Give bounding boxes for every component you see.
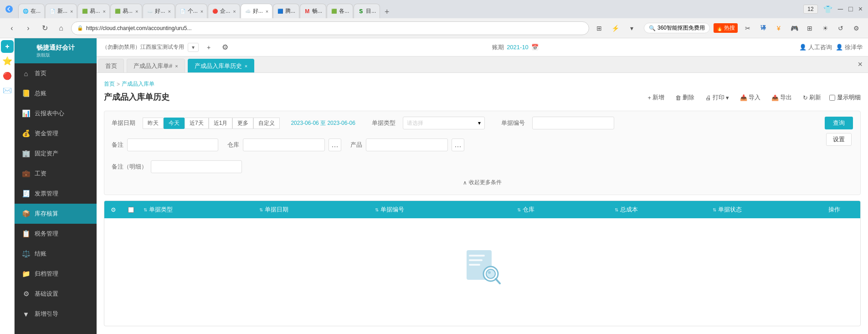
- page-tab-product-list[interactable]: 产成品入库单# ×: [127, 59, 185, 72]
- sidebar-item-salary[interactable]: 💼 工资: [15, 164, 97, 184]
- note-input[interactable]: [127, 139, 218, 151]
- brightness-button[interactable]: ☀: [819, 22, 832, 35]
- translate-button[interactable]: 译: [757, 22, 770, 35]
- print-button[interactable]: 🖨 打印 ▾: [703, 92, 732, 103]
- voucher-number-input[interactable]: [532, 117, 614, 129]
- sidebar-item-ledger[interactable]: 📒 总账: [15, 83, 97, 103]
- tab-close-6[interactable]: ×: [200, 9, 203, 14]
- sidebar-item-assets[interactable]: 🏢 固定资产: [15, 144, 97, 164]
- back-nav-icon[interactable]: [0, 0, 18, 18]
- app-icon-star[interactable]: ⭐: [1, 55, 14, 67]
- breadcrumb-list[interactable]: 产成品入库单: [122, 80, 154, 88]
- new-tab-button[interactable]: +: [380, 5, 393, 18]
- browser-tab-6[interactable]: 📄 个... ×: [175, 4, 207, 18]
- sidebar-item-home[interactable]: ⌂ 首页: [15, 63, 97, 83]
- th-number[interactable]: ⇅ 单据编号: [370, 206, 513, 214]
- calendar-icon[interactable]: 📅: [531, 44, 539, 51]
- refresh-button[interactable]: ↺: [834, 22, 847, 35]
- user-profile-button[interactable]: 👤 徐泽华: [836, 43, 863, 51]
- query-button[interactable]: 查询: [825, 117, 853, 129]
- date-btn-today[interactable]: 今天: [164, 118, 185, 129]
- search-extension[interactable]: 🔍 360智能抠图免费用: [644, 23, 710, 33]
- browser-tab-2[interactable]: 📄 新... ×: [45, 4, 77, 18]
- page-tab-history-close[interactable]: ×: [245, 63, 247, 69]
- maximize-button[interactable]: □: [848, 5, 853, 13]
- warehouse-input[interactable]: [243, 139, 325, 151]
- delete-button[interactable]: 🗑 删除: [673, 92, 697, 103]
- display-detail-toggle[interactable]: 显示明细: [829, 93, 861, 102]
- date-btn-yesterday[interactable]: 昨天: [143, 118, 164, 129]
- th-warehouse[interactable]: ⇅ 仓库: [513, 206, 611, 214]
- browser-tab-7[interactable]: 🔴 企... ×: [208, 4, 240, 18]
- product-input[interactable]: [366, 139, 448, 151]
- tab-close-2[interactable]: ×: [70, 9, 73, 14]
- browser-tab-9[interactable]: 🟦 腾...: [273, 4, 299, 18]
- company-select[interactable]: ▾: [188, 43, 199, 52]
- th-settings[interactable]: ⚙: [104, 206, 123, 213]
- url-bar[interactable]: 🔒 https://cloud.chanjet.com/accounting/u…: [71, 21, 589, 35]
- app-icon-mail[interactable]: ✉️: [1, 84, 14, 97]
- th-status[interactable]: ⇅ 单据状态: [708, 206, 824, 214]
- date-btn-week[interactable]: 近7天: [185, 118, 209, 129]
- date-btn-more[interactable]: 更多: [232, 118, 253, 129]
- game-button[interactable]: 🎮: [788, 22, 801, 35]
- refresh-button[interactable]: ↻ 刷新: [800, 92, 824, 103]
- detail-note-input[interactable]: [151, 160, 242, 173]
- browser-tab-11[interactable]: 🟩 各...: [327, 4, 353, 18]
- select-all-checkbox[interactable]: [128, 207, 134, 213]
- forward-button[interactable]: ›: [22, 22, 35, 35]
- sidebar-item-reports[interactable]: 📊 云报表中心: [15, 103, 97, 123]
- scissors-button[interactable]: ✂: [741, 22, 754, 35]
- add-button[interactable]: + 新增: [645, 92, 667, 103]
- collapse-button[interactable]: ∧ 收起更多条件: [463, 176, 502, 189]
- app-icon-weibo[interactable]: 🔴: [1, 69, 14, 82]
- minimize-button[interactable]: ─: [838, 5, 843, 13]
- sidebar-item-basic[interactable]: ⚙ 基础设置: [15, 284, 97, 304]
- display-detail-checkbox[interactable]: [829, 95, 835, 101]
- voucher-type-select[interactable]: 请选择 ▾: [403, 117, 485, 129]
- sidebar-item-invoice[interactable]: 🧾 发票管理: [15, 184, 97, 204]
- export-button[interactable]: 📤 导出: [769, 92, 795, 103]
- warehouse-browse-button[interactable]: …: [329, 139, 341, 151]
- browser-tab-1[interactable]: 🌐 在...: [18, 4, 45, 18]
- app-icon-main[interactable]: [1, 40, 14, 53]
- browser-tab-10[interactable]: M 畅...: [300, 4, 326, 18]
- date-btn-custom[interactable]: 自定义: [253, 118, 280, 129]
- apps-grid-button[interactable]: ⊞: [803, 22, 816, 35]
- browser-settings-button[interactable]: ⚙: [850, 22, 863, 35]
- reload-button[interactable]: ↻: [38, 22, 51, 35]
- sidebar-item-inventory[interactable]: 📦 库存核算: [15, 204, 97, 224]
- filter-settings-button[interactable]: 设置: [826, 133, 852, 146]
- browser-tab-3[interactable]: 🟩 易... ×: [77, 4, 109, 18]
- date-btn-month[interactable]: 近1月: [209, 118, 233, 129]
- company-settings-button[interactable]: ⚙: [219, 41, 231, 54]
- browser-tab-12[interactable]: S 目...: [354, 4, 380, 18]
- sidebar-item-more[interactable]: ▼ 新增引导: [15, 304, 97, 324]
- close-sidebar-button[interactable]: ×: [852, 56, 868, 72]
- tab-close-3[interactable]: ×: [103, 9, 105, 14]
- lightning-button[interactable]: ⚡: [609, 22, 622, 35]
- th-checkbox[interactable]: [123, 207, 139, 213]
- import-button[interactable]: 📥 导入: [737, 92, 763, 103]
- th-voucher-type[interactable]: ⇅ 单据类型: [139, 206, 255, 214]
- browser-tab-8[interactable]: ☁️ 好... ×: [241, 4, 272, 18]
- breadcrumb-home[interactable]: 首页: [104, 80, 115, 88]
- hot-search-badge[interactable]: 🔥 热搜: [714, 23, 738, 33]
- grid-button[interactable]: ⊞: [593, 22, 606, 35]
- th-cost[interactable]: ⇅ 总成本: [610, 206, 708, 214]
- browser-tab-4[interactable]: 🟩 易... ×: [110, 4, 142, 18]
- dropdown-button[interactable]: ▾: [626, 22, 638, 35]
- sidebar-item-tax[interactable]: 📋 税务管理: [15, 224, 97, 244]
- consult-button[interactable]: 👤 人工咨询: [799, 43, 832, 51]
- add-company-button[interactable]: +: [202, 41, 215, 54]
- tab-close-4[interactable]: ×: [135, 9, 138, 14]
- browser-tab-5[interactable]: ☁️ 好... ×: [143, 4, 175, 18]
- home-button[interactable]: ⌂: [55, 22, 67, 35]
- page-tab-product-history[interactable]: 产成品入库单历史 ×: [188, 59, 254, 72]
- page-tab-list-close[interactable]: ×: [175, 63, 178, 69]
- tab-close-5[interactable]: ×: [168, 9, 170, 14]
- wallet-button[interactable]: ¥: [772, 22, 785, 35]
- sidebar-item-funds[interactable]: 💰 资金管理: [15, 123, 97, 144]
- product-browse-button[interactable]: …: [452, 139, 464, 151]
- tab-close-8[interactable]: ×: [266, 9, 268, 14]
